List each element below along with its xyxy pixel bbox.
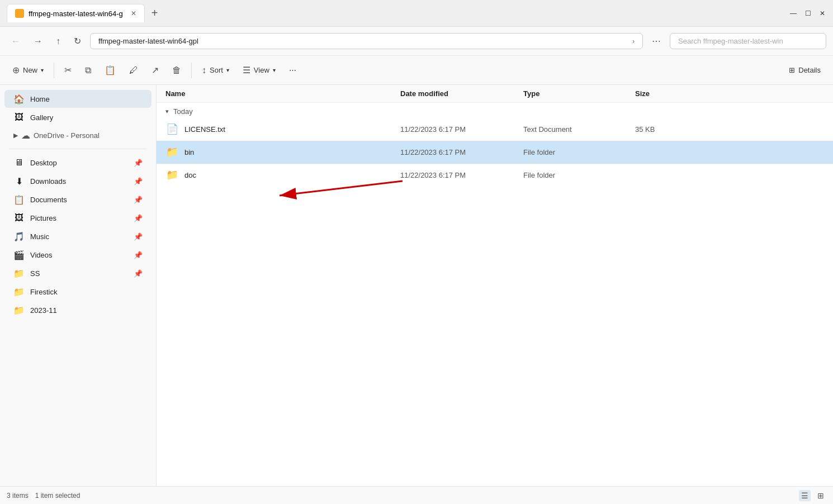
sidebar-item-documents[interactable]: 📋 Documents 📌 xyxy=(4,191,152,208)
file-date: 11/22/2023 6:17 PM xyxy=(400,148,523,156)
search-placeholder: Search ffmpeg-master-latest-win xyxy=(678,37,783,45)
sidebar-home-label: Home xyxy=(30,95,143,103)
pictures-pin-icon: 📌 xyxy=(134,214,143,222)
refresh-button[interactable]: ↻ xyxy=(69,32,86,50)
table-row[interactable]: 📁 bin 11/22/2023 6:17 PM File folder xyxy=(157,141,833,164)
rename-button[interactable]: 🖊 xyxy=(124,62,144,79)
col-type-header[interactable]: Type xyxy=(523,89,635,98)
paste-icon: 📋 xyxy=(105,65,116,75)
tab-close-button[interactable]: ✕ xyxy=(131,9,136,17)
sidebar-onedrive-label: OneDrive - Personal xyxy=(34,131,100,140)
gallery-icon: 🖼 xyxy=(13,112,25,123)
details-label: Details xyxy=(798,66,821,74)
search-bar[interactable]: Search ffmpeg-master-latest-win xyxy=(670,33,826,49)
sort-button[interactable]: ↕ Sort ▾ xyxy=(196,62,235,79)
pictures-icon: 🖼 xyxy=(13,212,25,224)
music-icon: 🎵 xyxy=(13,231,25,242)
copy-button[interactable]: ⧉ xyxy=(79,62,97,79)
sort-icon: ↕ xyxy=(202,65,206,75)
sidebar-item-onedrive[interactable]: ▶ ☁ OneDrive - Personal xyxy=(4,127,152,144)
group-today-label: Today xyxy=(173,107,193,116)
up-button[interactable]: ↑ xyxy=(51,33,65,50)
selected-text: 1 item selected xyxy=(35,492,81,500)
toolbar-separator-1 xyxy=(54,63,54,78)
new-button[interactable]: ⊕ New ▾ xyxy=(7,61,49,79)
sidebar-documents-label: Documents xyxy=(30,196,128,204)
tab-label: ffmpeg-master-latest-win64-g xyxy=(29,9,123,18)
sidebar-firestick-label: Firestick xyxy=(30,288,143,296)
file-name: bin xyxy=(184,148,400,156)
sidebar-item-music[interactable]: 🎵 Music 📌 xyxy=(4,227,152,245)
sidebar-ss-label: SS xyxy=(30,269,128,278)
rename-icon: 🖊 xyxy=(129,65,138,75)
sidebar-item-desktop[interactable]: 🖥 Desktop 📌 xyxy=(4,154,152,172)
music-pin-icon: 📌 xyxy=(134,232,143,241)
close-window-button[interactable]: ✕ xyxy=(818,9,826,17)
sidebar-item-2023[interactable]: 📁 2023-11 xyxy=(4,301,152,319)
title-bar: ffmpeg-master-latest-win64-g ✕ + — ☐ ✕ xyxy=(0,0,833,27)
details-button[interactable]: ⊞ Details xyxy=(783,63,826,78)
forward-button[interactable]: → xyxy=(29,33,47,50)
active-tab[interactable]: ffmpeg-master-latest-win64-g ✕ xyxy=(7,4,145,22)
folder-icon: 📁 xyxy=(165,145,179,159)
cut-icon: ✂ xyxy=(64,65,72,75)
sidebar-item-videos[interactable]: 🎬 Videos 📌 xyxy=(4,246,152,264)
delete-icon: 🗑 xyxy=(172,65,181,75)
items-count: 3 items xyxy=(7,492,29,500)
list-view-button[interactable]: ☰ xyxy=(799,490,811,501)
col-name-header[interactable]: Name xyxy=(165,89,400,98)
sidebar-item-ss[interactable]: 📁 SS 📌 xyxy=(4,264,152,282)
toolbar: ⊕ New ▾ ✂ ⧉ 📋 🖊 ↗ 🗑 ↕ Sort ▾ ☰ View ▾ ⋯ … xyxy=(0,56,833,85)
back-button[interactable]: ← xyxy=(7,33,25,50)
cut-button[interactable]: ✂ xyxy=(59,61,77,79)
col-size-header[interactable]: Size xyxy=(635,89,691,98)
file-type: Text Document xyxy=(523,125,635,134)
folder-icon: 📁 xyxy=(165,168,179,182)
ss-pin-icon: 📌 xyxy=(134,269,143,278)
file-size: 35 KB xyxy=(635,125,691,134)
file-name: LICENSE.txt xyxy=(184,125,400,134)
view-chevron-icon: ▾ xyxy=(273,67,276,73)
address-chevron-icon: › xyxy=(632,37,635,45)
sidebar-item-downloads[interactable]: ⬇ Downloads 📌 xyxy=(4,172,152,190)
share-icon: ↗ xyxy=(152,65,159,75)
minimize-button[interactable]: — xyxy=(789,9,797,17)
paste-button[interactable]: 📋 xyxy=(99,61,121,79)
sidebar-2023-label: 2023-11 xyxy=(30,306,143,315)
share-button[interactable]: ↗ xyxy=(146,61,164,79)
sidebar: 🏠 Home 🖼 Gallery ▶ ☁ OneDrive - Personal… xyxy=(0,85,157,486)
sidebar-gallery-label: Gallery xyxy=(30,113,143,122)
maximize-button[interactable]: ☐ xyxy=(804,9,812,17)
view-button[interactable]: ☰ View ▾ xyxy=(237,61,281,79)
address-bar[interactable]: ffmpeg-master-latest-win64-gpl › xyxy=(90,33,643,49)
group-chevron-icon[interactable]: ▾ xyxy=(165,108,169,115)
file-content: Name Date modified Type Size ▾ Today 📄 L… xyxy=(157,85,833,486)
sidebar-divider-1 xyxy=(9,149,147,149)
file-name: doc xyxy=(184,171,400,179)
sidebar-item-firestick[interactable]: 📁 Firestick xyxy=(4,283,152,301)
col-date-header[interactable]: Date modified xyxy=(400,89,523,98)
new-label: New xyxy=(23,66,37,74)
delete-button[interactable]: 🗑 xyxy=(167,62,187,79)
toolbar-separator-2 xyxy=(191,63,192,78)
sidebar-item-gallery[interactable]: 🖼 Gallery xyxy=(4,108,152,126)
sidebar-videos-label: Videos xyxy=(30,251,128,259)
tab-folder-icon xyxy=(15,9,24,18)
file-date: 11/22/2023 6:17 PM xyxy=(400,125,523,134)
more-toolbar-button[interactable]: ⋯ xyxy=(283,63,302,78)
downloads-icon: ⬇ xyxy=(13,175,25,187)
sidebar-item-home[interactable]: 🏠 Home xyxy=(4,90,152,108)
table-row[interactable]: 📁 doc 11/22/2023 6:17 PM File folder xyxy=(157,164,833,187)
window-controls: — ☐ ✕ xyxy=(789,9,826,17)
details-icon: ⊞ xyxy=(789,66,795,74)
sidebar-music-label: Music xyxy=(30,232,128,241)
new-tab-button[interactable]: + xyxy=(147,4,163,22)
firestick-icon: 📁 xyxy=(13,286,25,297)
grid-view-button[interactable]: ⊞ xyxy=(815,490,826,501)
view-icon: ☰ xyxy=(243,65,250,75)
videos-pin-icon: 📌 xyxy=(134,251,143,259)
more-nav-button[interactable]: ⋯ xyxy=(647,32,665,50)
onedrive-expand-icon: ▶ xyxy=(13,132,18,139)
table-row[interactable]: 📄 LICENSE.txt 11/22/2023 6:17 PM Text Do… xyxy=(157,118,833,141)
sidebar-item-pictures[interactable]: 🖼 Pictures 📌 xyxy=(4,209,152,227)
